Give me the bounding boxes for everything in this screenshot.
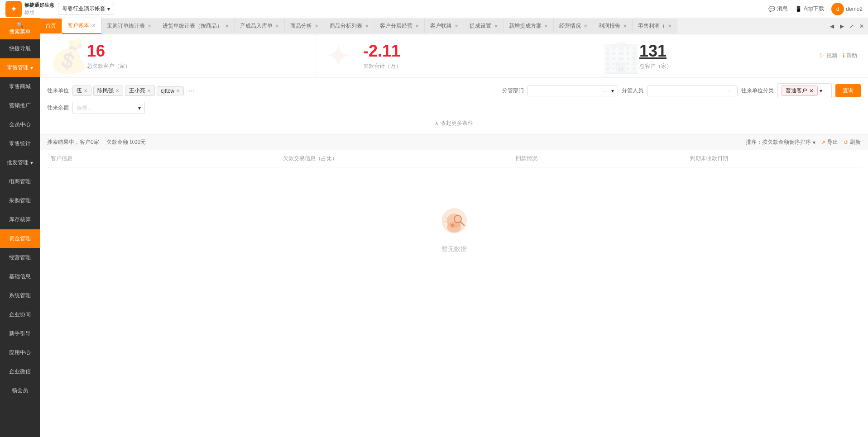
user-menu[interactable]: d demo2 <box>831 3 863 15</box>
sidebar-item-quick-nav[interactable]: 快捷导航 <box>0 39 40 58</box>
tab-profit-report[interactable]: 利润报告 ✕ <box>593 19 633 33</box>
filter-tag-remove[interactable]: ✕ <box>176 88 180 93</box>
stats-row: 💰 16 总欠款客户（家） ✦ -2.11 欠款合计（万） 🏢 <box>40 34 868 78</box>
collapse-button[interactable]: ∧ 收起更多条件 <box>435 119 473 127</box>
tab-close-icon[interactable]: ✕ <box>415 24 419 28</box>
refresh-icon: ↺ <box>844 139 848 146</box>
tab-close-icon[interactable]: ✕ <box>148 24 151 28</box>
tab-new-promotion[interactable]: 新增提成方案 ✕ <box>504 19 554 33</box>
tab-prev-button[interactable]: ◀ <box>827 22 836 31</box>
sidebar-item-operations[interactable]: 经营管理 <box>0 248 40 267</box>
tab-close-icon[interactable]: ✕ <box>225 24 229 28</box>
tab-close-icon[interactable]: ✕ <box>315 24 318 28</box>
refresh-button[interactable]: ↺ 刷新 <box>844 138 861 146</box>
table-header: 客户信息 欠款交易信息（占比） 回款情况 到期未收款日期 <box>47 150 861 167</box>
tab-customer-capital[interactable]: 客户账本 ✕ <box>62 18 101 34</box>
filter-select-category[interactable]: 普通客户 ✕ ▾ <box>777 83 832 98</box>
svg-point-5 <box>451 224 454 227</box>
stat-value-total-customers: 131 <box>639 42 672 61</box>
sidebar-item-enterprise[interactable]: 企业协同 <box>0 305 40 324</box>
filter-tag-unit-2[interactable]: 陈民强 ✕ <box>93 86 123 96</box>
filter-tag-remove[interactable]: ✕ <box>115 88 119 93</box>
tab-close-icon[interactable]: ✕ <box>365 24 369 28</box>
sidebar-item-finance[interactable]: 资金管理 <box>0 229 40 248</box>
video-link[interactable]: ▷ 视频 <box>819 52 837 60</box>
result-actions: 排序：按欠款金额倒序排序 ▾ ↗ 导出 ↺ 刷新 <box>746 138 861 146</box>
sidebar-item-marketing[interactable]: 营销推广 <box>0 96 40 115</box>
sidebar-item-enterprise-wx[interactable]: 企业微信 <box>0 362 40 381</box>
tab-customer-layer[interactable]: 客户分层经营 ✕ <box>374 19 425 33</box>
sidebar-item-inventory[interactable]: 库存核算 <box>0 210 40 229</box>
sidebar-item-purchase[interactable]: 采购管理 <box>0 191 40 210</box>
sidebar-item-member[interactable]: 会员中心 <box>0 115 40 134</box>
filter-select-person[interactable]: ··· <box>647 86 738 96</box>
tab-close-icon[interactable]: ✕ <box>544 24 548 28</box>
tab-close-icon[interactable]: ✕ <box>92 23 96 28</box>
tab-close-icon[interactable]: ✕ <box>494 24 498 28</box>
app-download-button[interactable]: 📱 App下载 <box>795 5 824 13</box>
tab-next-button[interactable]: ▶ <box>837 22 846 31</box>
tab-business-status[interactable]: 经营情况 ✕ <box>554 19 593 33</box>
filter-dept-dots[interactable]: ··· <box>601 88 609 94</box>
tab-goods-analysis-list[interactable]: 商品分析列表 ✕ <box>324 19 374 33</box>
sidebar-item-app-center[interactable]: 应用中心 <box>0 343 40 362</box>
export-button[interactable]: ↗ 导出 <box>821 138 838 146</box>
filter-tag-unit-4[interactable]: cjttcw ✕ <box>157 86 184 95</box>
stat-label-total-customers: 总客户（家） <box>639 62 672 70</box>
filter-select-balance[interactable]: 选择... ▾ <box>72 102 145 114</box>
filter-tag-unit-1[interactable]: 伍 ✕ <box>72 86 91 96</box>
chevron-down-icon: ▾ <box>138 105 141 111</box>
chevron-up-icon: ∧ <box>435 120 439 127</box>
tab-close-icon[interactable]: ✕ <box>668 24 671 28</box>
filter-select-dept[interactable]: ··· ▾ <box>528 86 618 96</box>
table-container: 客户信息 欠款交易信息（占比） 回款情况 到期未收款日期 <box>40 150 868 290</box>
query-button[interactable]: 查询 <box>835 84 861 97</box>
store-selector[interactable]: 母婴行业演示帐套 ▾ <box>58 3 114 15</box>
filter-category-remove[interactable]: ✕ <box>809 88 814 94</box>
empty-icon <box>436 204 472 240</box>
tab-customer-contact[interactable]: 客户联络 ✕ <box>425 19 464 33</box>
avatar: d <box>831 3 844 15</box>
tab-close-all-button[interactable]: ✕ <box>857 22 866 31</box>
tab-goods-analysis[interactable]: 商品分析 ✕ <box>285 19 324 33</box>
filter-tag-remove[interactable]: ✕ <box>147 88 151 93</box>
filter-tag-unit-3[interactable]: 王小亮 ✕ <box>125 86 155 96</box>
tab-close-icon[interactable]: ✕ <box>275 24 279 28</box>
tab-product-in[interactable]: 产成品入库单 ✕ <box>235 19 285 33</box>
logo-icon: ✦ <box>5 1 22 17</box>
sidebar-item-ecommerce[interactable]: 电商管理 <box>0 172 40 191</box>
sort-select[interactable]: 排序：按欠款金额倒序排序 ▾ <box>746 138 815 146</box>
stat-value-overdue-customers: 16 <box>87 42 130 61</box>
content-area: 首页 客户账本 ✕ 采购订单统计表 ✕ 进货单统计表（按商品） ✕ 产成品入库单… <box>40 18 868 437</box>
tab-retail-profit[interactable]: 零售利润（ ✕ <box>633 19 677 33</box>
tab-purchase-order[interactable]: 采购订单统计表 ✕ <box>101 19 157 33</box>
sidebar-item-retail[interactable]: 零售管理 ▾ <box>0 58 40 77</box>
collapse-section: ∧ 收起更多条件 <box>47 118 861 129</box>
sidebar-item-wholesale[interactable]: 批发管理 ▾ <box>0 153 40 172</box>
filter-tag-remove[interactable]: ✕ <box>84 88 87 93</box>
tab-close-icon[interactable]: ✕ <box>584 24 587 28</box>
sidebar-item-newcomer[interactable]: 新手引导 <box>0 324 40 343</box>
tab-close-icon[interactable]: ✕ <box>455 24 458 28</box>
tab-purchase-stats[interactable]: 进货单统计表（按商品） ✕ <box>157 19 235 33</box>
filter-person-dots[interactable]: ··· <box>725 88 734 94</box>
stat-value-overdue-amount: -2.11 <box>363 42 401 61</box>
sidebar-item-search[interactable]: 🔍 搜索菜单 <box>0 18 40 39</box>
sidebar-item-basic-info[interactable]: 基础信息 <box>0 267 40 286</box>
help-link[interactable]: ℹ 帮助 <box>843 52 857 60</box>
chevron-down-icon: ▾ <box>107 6 110 12</box>
filter-area: 往来单位 伍 ✕ 陈民强 ✕ 王小亮 ✕ <box>40 78 868 135</box>
messages-button[interactable]: 💬 消息 <box>768 5 788 13</box>
tab-expand-button[interactable]: ⤢ <box>847 22 856 31</box>
sidebar-item-retail-stats[interactable]: 零售统计 <box>0 134 40 153</box>
chevron-down-icon: ▾ <box>813 139 815 146</box>
sidebar-item-system[interactable]: 系统管理 <box>0 286 40 305</box>
filter-row-balance: 往来余额 选择... ▾ <box>47 102 861 114</box>
filter-more-button[interactable]: ··· <box>186 86 197 96</box>
tab-home[interactable]: 首页 <box>40 19 62 33</box>
tab-promotion-settings[interactable]: 提成设置 ✕ <box>464 19 504 33</box>
sidebar-item-vip-member[interactable]: 畅会员 <box>0 381 40 400</box>
tab-close-icon[interactable]: ✕ <box>623 24 627 28</box>
search-icon: 🔍 <box>17 22 24 28</box>
sidebar-item-retail-mall[interactable]: 零售商城 <box>0 77 40 96</box>
